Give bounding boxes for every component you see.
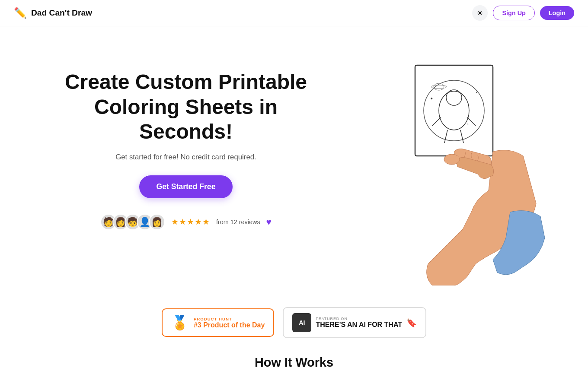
ph-title: #3 Product of the Day	[194, 321, 265, 329]
medal-icon: 🏅	[171, 314, 189, 331]
ai-featured-label: FEATURED ON	[316, 317, 402, 321]
how-it-works-section: How It Works	[0, 347, 588, 371]
badges-section: 🏅 PRODUCT HUNT #3 Product of the Day AI …	[0, 303, 588, 347]
logo-text: Dad Can't Draw	[31, 8, 92, 18]
avatar-group: 🧑 👩 🧒 👤 👩	[100, 214, 165, 230]
hero-hand-svg: ✦ ✦ ✦	[389, 52, 545, 285]
review-count: from 12 reviews	[216, 219, 260, 225]
svg-text:✦: ✦	[430, 97, 433, 101]
svg-text:✦: ✦	[467, 123, 469, 125]
ph-label: PRODUCT HUNT	[194, 317, 265, 321]
nav-actions: ☀ Sign Up Login	[472, 5, 574, 21]
hero-section: Create Custom Printable Coloring Sheets …	[0, 26, 588, 303]
ph-text: PRODUCT HUNT #3 Product of the Day	[194, 317, 265, 329]
star-rating: ★★★★★	[171, 217, 210, 227]
social-proof: 🧑 👩 🧒 👤 👩 ★★★★★ from 12 reviews ♥	[52, 214, 320, 230]
avatar: 👩	[149, 214, 165, 230]
svg-text:✦: ✦	[476, 91, 478, 94]
svg-rect-0	[415, 65, 493, 156]
logo[interactable]: ✏️ Dad Can't Draw	[14, 7, 92, 19]
navbar: ✏️ Dad Can't Draw ☀ Sign Up Login	[0, 0, 588, 26]
ai-title-text: THERE'S AN AI FOR THAT	[316, 321, 402, 329]
bookmark-icon: 🔖	[406, 318, 417, 328]
pencil-icon: ✏️	[14, 7, 27, 19]
theme-toggle-button[interactable]: ☀	[472, 5, 488, 21]
ai-for-that-badge[interactable]: AI FEATURED ON THERE'S AN AI FOR THAT 🔖	[283, 307, 426, 338]
hero-subtitle: Get started for free! No credit card req…	[52, 153, 320, 162]
get-started-button[interactable]: Get Started Free	[139, 175, 233, 198]
hero-illustration: ✦ ✦ ✦	[389, 52, 553, 285]
hero-content: Create Custom Printable Coloring Sheets …	[52, 52, 320, 230]
hero-title: Create Custom Printable Coloring Sheets …	[52, 70, 320, 144]
login-button[interactable]: Login	[540, 6, 574, 20]
sun-icon: ☀	[477, 9, 483, 17]
product-hunt-badge[interactable]: 🏅 PRODUCT HUNT #3 Product of the Day	[162, 308, 274, 337]
ai-logo-icon: AI	[292, 313, 311, 332]
svg-point-13	[444, 154, 460, 165]
signup-button[interactable]: Sign Up	[493, 6, 534, 20]
how-title: How It Works	[35, 355, 553, 370]
ai-text: FEATURED ON THERE'S AN AI FOR THAT	[316, 317, 402, 329]
heart-icon: ♥	[266, 217, 272, 227]
